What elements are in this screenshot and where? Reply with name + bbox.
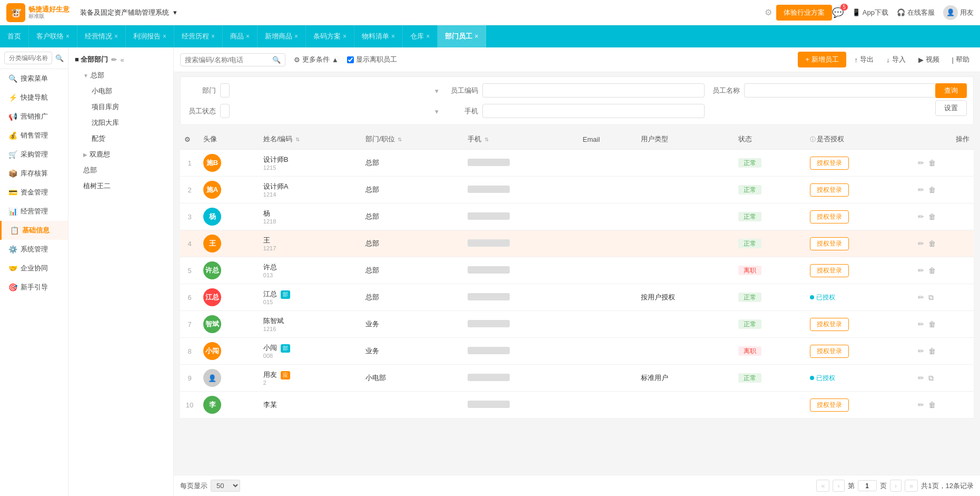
delete-icon[interactable]: 🗑 <box>928 186 936 194</box>
th-name[interactable]: 姓名/编码 ⇅ <box>259 129 361 150</box>
sidebar-search-input[interactable] <box>4 52 52 64</box>
edit-icon[interactable]: ✏ <box>918 374 924 382</box>
close-icon[interactable]: × <box>66 33 70 40</box>
tab-barcode[interactable]: 条码方案 × <box>306 25 354 47</box>
edit-icon[interactable]: ✏ <box>918 266 924 275</box>
next-page-btn[interactable]: › <box>890 480 902 492</box>
tab-history[interactable]: 经营历程 × <box>174 25 223 47</box>
tab-home[interactable]: 首页 <box>0 25 29 47</box>
tab-customer[interactable]: 客户联络 × <box>29 25 77 47</box>
import-btn[interactable]: ↓ 导入 <box>882 53 910 66</box>
tab-warehouse[interactable]: 仓库 × <box>403 25 438 47</box>
sidebar-item-collab[interactable]: 🤝企业协同 <box>0 259 68 278</box>
sidebar-item-finance[interactable]: 💳资金管理 <box>0 183 68 202</box>
tab-operation[interactable]: 经营情况 × <box>77 25 126 47</box>
edit-icon[interactable]: ✏ <box>918 293 924 302</box>
page-size-select[interactable]: 50 20 100 <box>211 480 240 492</box>
dept-tree-item-sub1[interactable]: 小电部 <box>73 83 169 99</box>
sidebar-item-purchase[interactable]: 🛒采购管理 <box>0 145 68 164</box>
auth-button[interactable]: 授权登录 <box>810 157 849 170</box>
sort-icon[interactable]: ⇅ <box>295 137 300 142</box>
sidebar-item-guide[interactable]: 🎯新手引导 <box>0 278 68 297</box>
sort-icon[interactable]: ⇅ <box>398 137 402 142</box>
trial-button[interactable]: 体验行业方案 <box>776 5 832 21</box>
edit-icon[interactable]: ✏ <box>918 320 924 328</box>
phone-input[interactable] <box>482 104 705 118</box>
delete-icon[interactable]: 🗑 <box>928 347 936 355</box>
search-icon[interactable]: 🔍 <box>272 56 281 64</box>
sort-icon[interactable]: ⇅ <box>484 137 489 142</box>
gear-icon[interactable]: ⚙ <box>765 7 772 17</box>
emp-code-input[interactable] <box>482 83 705 98</box>
sidebar-item-nav[interactable]: ⚡快捷导航 <box>0 88 68 107</box>
auth-button[interactable]: 授权登录 <box>810 345 849 358</box>
close-icon[interactable]: × <box>246 33 250 40</box>
export-btn[interactable]: ↑ 导出 <box>850 53 878 66</box>
auth-button[interactable]: 授权登录 <box>810 264 849 277</box>
dept-tree-item-sub4[interactable]: 配货 <box>73 131 169 147</box>
tab-bom[interactable]: 物料清单 × <box>354 25 403 47</box>
edit-icon[interactable]: ✏ <box>918 159 924 167</box>
view-btn[interactable]: ▶ 视频 <box>914 53 944 66</box>
info-icon[interactable]: ⓘ <box>810 136 816 142</box>
dept-tree-item-sub3[interactable]: 沈阳大库 <box>73 115 169 131</box>
close-icon[interactable]: × <box>211 33 215 40</box>
message-icon[interactable]: 💬 5 <box>832 7 844 18</box>
auth-button[interactable]: 授权登录 <box>810 318 849 331</box>
delete-icon[interactable]: 🗑 <box>928 401 936 409</box>
first-page-btn[interactable]: « <box>816 480 829 492</box>
edit-icon[interactable]: ✏ <box>918 186 924 194</box>
delete-icon[interactable]: 🗑 <box>928 212 936 221</box>
close-icon[interactable]: × <box>294 33 298 40</box>
tab-profit[interactable]: 利润报告 × <box>126 25 174 47</box>
close-icon[interactable]: × <box>343 33 347 40</box>
dept-tree-item-shuang[interactable]: ▶ 双鹿想 <box>73 147 169 162</box>
search-input[interactable] <box>185 56 269 64</box>
system-dropdown-icon[interactable]: ▾ <box>173 8 177 16</box>
set-button[interactable]: 设置 <box>935 100 967 116</box>
edit-icon[interactable]: ✏ <box>918 239 924 248</box>
auth-button[interactable]: 授权登录 <box>810 210 849 223</box>
emp-name-input[interactable] <box>744 83 967 98</box>
help-btn[interactable]: | 帮助 <box>948 53 974 66</box>
close-icon[interactable]: × <box>474 33 478 40</box>
edit-icon[interactable]: ✏ <box>918 401 924 409</box>
tab-goods[interactable]: 商品 × <box>223 25 258 47</box>
auth-button[interactable]: 授权登录 <box>810 398 849 412</box>
app-download-btn[interactable]: 📱 App下载 <box>852 8 888 17</box>
edit-icon[interactable]: ✏ <box>111 56 117 64</box>
dept-tree-item-head[interactable]: ▼ 总部 <box>73 67 169 83</box>
sidebar-item-business[interactable]: 📊经营管理 <box>0 202 68 221</box>
sidebar-item-system[interactable]: ⚙️系统管理 <box>0 240 68 259</box>
prev-page-btn[interactable]: ‹ <box>833 480 844 492</box>
edit-icon[interactable]: ✏ <box>918 212 924 221</box>
query-button[interactable]: 查询 <box>935 83 967 98</box>
th-phone[interactable]: 手机 ⇅ <box>463 129 579 150</box>
dept-select[interactable] <box>220 83 230 98</box>
sidebar-item-basic[interactable]: 📋基础信息 <box>0 221 68 240</box>
auth-button[interactable]: 授权登录 <box>810 183 849 197</box>
th-dept[interactable]: 部门/职位 ⇅ <box>361 129 463 150</box>
close-icon[interactable]: × <box>391 33 395 40</box>
last-page-btn[interactable]: » <box>905 480 918 492</box>
sidebar-item-marketing[interactable]: 📢营销推广 <box>0 107 68 126</box>
dept-tree-item-zongbu2[interactable]: 总部 <box>73 162 169 178</box>
online-service-btn[interactable]: 🎧 在线客服 <box>897 8 935 17</box>
th-settings[interactable]: ⚙ <box>180 129 199 150</box>
delete-icon[interactable]: 🗑 <box>928 320 936 328</box>
add-employee-button[interactable]: + 新增员工 <box>798 52 846 67</box>
emp-status-select[interactable] <box>220 104 230 118</box>
edit-icon[interactable]: ✏ <box>918 347 924 355</box>
user-area[interactable]: 👤 用友 <box>943 5 974 20</box>
tab-department[interactable]: 部门员工 × <box>438 25 486 47</box>
sidebar-item-search[interactable]: 🔍搜索菜单 <box>0 69 68 88</box>
collapse-icon[interactable]: « <box>120 56 124 64</box>
dept-tree-item-planting[interactable]: 植树王二 <box>73 178 169 194</box>
copy-icon[interactable]: ⧉ <box>928 374 934 383</box>
auth-button[interactable]: 授权登录 <box>810 237 849 250</box>
dept-tree-item-sub2[interactable]: 项目库房 <box>73 99 169 115</box>
more-conditions-btn[interactable]: ⚙ 更多条件 ▲ <box>290 53 343 66</box>
show-resigned-label[interactable]: 显示离职员工 <box>347 55 397 64</box>
delete-icon[interactable]: 🗑 <box>928 266 936 275</box>
delete-icon[interactable]: 🗑 <box>928 159 936 167</box>
